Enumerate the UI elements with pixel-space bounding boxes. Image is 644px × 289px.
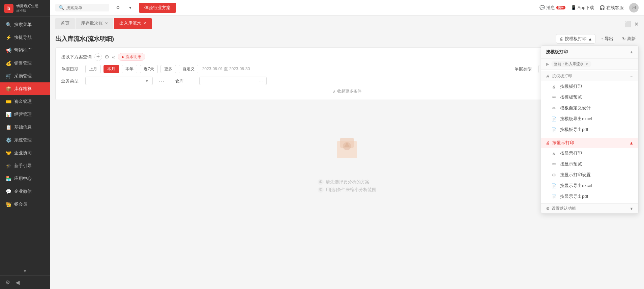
display-chevron-up-icon[interactable]: ▲ [629, 140, 634, 146]
set-default-icon: ⚙ [546, 206, 550, 211]
logo-icon: b [4, 4, 13, 13]
online-service-btn[interactable]: 🎧 在线客服 [599, 5, 624, 11]
hint-text-1: 请先选择要分析的方案 [326, 178, 370, 186]
search-icon: 🔍 [59, 5, 64, 10]
item-custom-icon: ✏ [551, 105, 557, 111]
topbar-right: 💬 消息 99+ 📱 App下载 🎧 在线客服 用 [539, 3, 639, 12]
dropdown-item-display-pdf[interactable]: 📄 按显示导出pdf [541, 191, 638, 202]
app-logo: b 畅捷通好生意 标准版 [0, 0, 50, 17]
cooperation-icon: 🤝 [5, 150, 11, 156]
dropdown-footer[interactable]: ⚙ 设置默认功能 ▼ [541, 203, 638, 213]
topbar-search-box[interactable]: 🔍 [55, 4, 109, 11]
print-dropdown-panel: 按模板打印 ▲ ▶ 当前：出入库流水 ▼ [541, 45, 639, 214]
dropdown-item-display-preview[interactable]: 👁 按显示预览 [541, 159, 638, 169]
dropdown-chevron[interactable]: ▲ [630, 50, 634, 54]
dropdown-item-display-excel[interactable]: 📄 按显示导出excel [541, 180, 638, 191]
sidebar-item-system[interactable]: ⚙️ 系统管理 [0, 134, 50, 147]
date-btn-custom[interactable]: 自定义 [179, 65, 198, 73]
export-btn[interactable]: ↑ 导出 [598, 34, 616, 43]
business-filter-select[interactable]: ▼ [85, 77, 153, 85]
set-default-btn[interactable]: ⚙ 设置默认功能 [546, 206, 576, 211]
collapse-more-label: 收起更多条件 [337, 88, 361, 94]
warehouse-more-icon[interactable]: ⋯ [259, 78, 263, 83]
business-more-icon[interactable]: ⋯ [157, 77, 166, 85]
tab-flow[interactable]: 出入库流水 ✕ [114, 18, 152, 29]
search-input[interactable] [66, 5, 100, 10]
sidebar-item-wecom[interactable]: 💬 企业微信 [0, 185, 50, 198]
tab-batch-close-icon[interactable]: ✕ [105, 21, 108, 26]
sidebar-item-operation[interactable]: 📊 经营管理 [0, 108, 50, 121]
tab-flow-close-icon[interactable]: ✕ [143, 21, 146, 26]
date-btn-this-year[interactable]: 本年 [122, 65, 137, 73]
sidebar-item-appstore[interactable]: 🏪 应用中心 [0, 172, 50, 185]
sidebar-item-basic[interactable]: 📋 基础信息 [0, 121, 50, 134]
empty-illustration [330, 131, 364, 171]
filter-settings-icon[interactable]: ⚙ [105, 54, 109, 60]
tab-batch-label: 库存批次账 [81, 20, 103, 26]
message-label: 消息 [546, 5, 555, 11]
topbar-settings-icon[interactable]: ⚙ [113, 3, 123, 12]
sidebar-item-finance[interactable]: 💳 资金管理 [0, 95, 50, 108]
sidebar-item-label: 搜索菜单 [14, 22, 32, 28]
app-name: 畅捷通好生意 [16, 3, 38, 8]
sidebar-item-member[interactable]: 👑 畅会员 [0, 198, 50, 211]
system-icon: ⚙️ [5, 137, 11, 143]
maximize-icon[interactable]: ⬜ [625, 21, 632, 27]
topbar-icons: ⚙ ▾ [113, 3, 135, 12]
date-btn-more[interactable]: 更多 [160, 65, 176, 73]
sidebar-item-label: 基础信息 [14, 124, 32, 130]
member-icon: 👑 [5, 201, 11, 207]
app-version: 标准版 [16, 8, 38, 13]
filter-collapse-icon[interactable]: « [112, 54, 115, 60]
sidebar-item-sales[interactable]: 💰 销售管理 [0, 57, 50, 70]
template-more-icon[interactable]: ⋯ [630, 74, 634, 79]
app-download-btn[interactable]: 📱 App下载 [571, 5, 594, 11]
add-condition-btn[interactable]: + [94, 53, 102, 61]
message-btn[interactable]: 💬 消息 99+ [539, 5, 565, 11]
chevron-down-icon[interactable]: ▾ [125, 3, 135, 12]
dropdown-item-template-custom[interactable]: ✏ 模板自定义设计 [541, 103, 638, 113]
sidebar-item-label: 企业协同 [14, 150, 32, 156]
industry-btn[interactable]: 体验行业方案 [139, 3, 176, 13]
item-label: 模板自定义设计 [560, 105, 591, 111]
dropdown-item-template-preview[interactable]: 👁 按模板预览 [541, 92, 638, 103]
filter-scheme-label: 按以下方案查询 [61, 54, 92, 60]
collapse-sidebar-icon[interactable]: ◀ [16, 279, 20, 286]
dropdown-item-template-print[interactable]: 🖨 按模板打印 [541, 81, 638, 92]
sidebar-item-search-menu[interactable]: 🔍 搜索菜单 [0, 18, 50, 31]
sidebar-scroll-down[interactable]: ▼ [0, 267, 50, 275]
sidebar-item-marketing[interactable]: 📢 营销推广 [0, 44, 50, 57]
purchase-icon: 🛒 [5, 73, 11, 79]
current-label: 当前：出入库流水 [554, 61, 584, 67]
sidebar-item-label: 应用中心 [14, 176, 32, 182]
date-btn-prev-month[interactable]: 上月 [85, 65, 101, 73]
user-avatar-btn[interactable]: 用 [629, 3, 639, 12]
search-menu-icon: 🔍 [5, 22, 11, 28]
date-filter-label: 单据日期 [61, 66, 81, 72]
refresh-btn[interactable]: ↻ 刷新 [619, 34, 639, 43]
dropdown-item-display-print-settings[interactable]: ⚙ 按显示打印设置 [541, 169, 638, 180]
sidebar-item-label: 畅会员 [14, 201, 27, 207]
dropdown-item-template-excel[interactable]: 📄 按模板导出excel [541, 113, 638, 124]
sidebar-item-quick-nav[interactable]: ⚡ 快捷导航 [0, 31, 50, 44]
dropdown-item-display-print[interactable]: 🖨 按显示打印 [541, 148, 638, 159]
date-btn-7days[interactable]: 近7天 [140, 65, 158, 73]
tab-batch[interactable]: 库存批次账 ✕ [76, 18, 113, 29]
display-pdf-icon: 📄 [551, 194, 557, 199]
template-print-btn[interactable]: 🖨 按模板打印 ▲ [556, 34, 595, 43]
sidebar-item-purchase[interactable]: 🛒 采购管理 [0, 70, 50, 82]
settings-bottom-icon[interactable]: ⚙ [5, 279, 10, 286]
hint-num-2: ② [318, 187, 324, 193]
date-btn-this-month[interactable]: 本月 [104, 65, 119, 73]
sidebar-item-cooperation[interactable]: 🤝 企业协同 [0, 147, 50, 159]
warehouse-filter-select[interactable]: ⋯ [199, 77, 267, 85]
sidebar-item-inventory[interactable]: 📦 库存核算 [0, 82, 50, 95]
window-close-icon[interactable]: ✕ [634, 21, 639, 27]
sidebar-item-guide[interactable]: 🎓 新手引导 [0, 159, 50, 172]
tab-home[interactable]: 首页 [55, 18, 75, 29]
active-filter-tag[interactable]: ● 流水明细 [118, 53, 145, 61]
tag-dot-icon: ● [121, 54, 124, 59]
marketing-icon: 📢 [5, 47, 11, 53]
dropdown-item-template-pdf[interactable]: 📄 按模板导出pdf [541, 124, 638, 135]
service-icon: 🎧 [599, 5, 605, 10]
